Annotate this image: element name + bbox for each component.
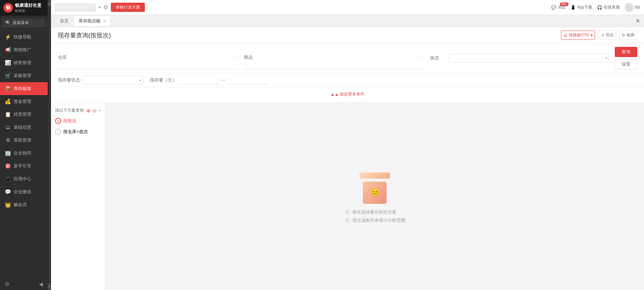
sidebar-search-area[interactable]: 🔍 搜索菜单 <box>0 16 48 31</box>
scroll-down-btn[interactable]: ▼ <box>48 283 51 290</box>
topbar: ▾ ⚙ 体验行业方案 💬 消息 99+ 📱 App下载 🎧 在线客服 Rit <box>51 0 644 15</box>
stock-status-label: 现存量状态 <box>58 77 80 83</box>
user-profile-action[interactable]: Rit <box>625 3 640 12</box>
message-icon: 💬 <box>551 5 556 10</box>
stock-status-select[interactable] <box>82 76 143 84</box>
topbar-settings-icon[interactable]: ⚙ <box>103 4 108 11</box>
topbar-left: ▾ ⚙ 体验行业方案 <box>55 3 548 12</box>
sidebar-item-apps[interactable]: 📱 应用中心 <box>0 173 48 185</box>
hint-2: 2 用过滤条件来缩小分析范围 <box>344 217 405 223</box>
page-actions: 🖨 按模板打印 ▾ ↗ 导出 ↻ 刷新 <box>561 31 637 40</box>
topbar-right: 💬 消息 99+ 📱 App下载 🎧 在线客服 Rit <box>551 3 640 12</box>
sidebar-item-basic[interactable]: 🗂 基础信息 <box>0 121 48 134</box>
sidebar-item-sales[interactable]: 📊 销售管理 <box>0 56 48 69</box>
topbar-dropdown-arrow[interactable]: ▾ <box>99 5 101 10</box>
product-label: 商品 <box>244 54 261 60</box>
scheme-active-icon: ● <box>55 118 61 124</box>
warehouse-input[interactable] <box>76 55 231 60</box>
tab-inventory-batch[interactable]: 库存批次账 × <box>74 16 111 26</box>
tab-close-button[interactable]: × <box>103 19 106 23</box>
hint-1: 1 请先选择要分析的方案 <box>344 209 405 215</box>
app-logo: 畅 <box>3 3 13 13</box>
export-icon: ↗ <box>601 33 604 38</box>
breadcrumb-input[interactable] <box>55 4 96 11</box>
product-more-icon[interactable]: ··· <box>419 54 423 60</box>
shortcut-icon: ⚡ <box>5 34 11 40</box>
app-download-action[interactable]: 📱 App下载 <box>571 4 592 10</box>
empty-box-face: 😐 <box>370 188 379 197</box>
sidebar-item-enterprise[interactable]: 🏢 企业协同 <box>0 147 48 160</box>
collapse-up-icon: ▲▲ <box>331 92 339 97</box>
left-panel: 按以下方案查询 ⊕ ⊙ « ● 按批次 ○ 按仓库+批次 <box>51 103 105 290</box>
collapse-sidebar-icon[interactable]: ◀ <box>39 281 43 287</box>
warehouse-more-icon[interactable]: ··· <box>233 54 237 60</box>
sidebar-item-system[interactable]: ⚙ 系统管理 <box>0 134 48 147</box>
phone-icon: 📱 <box>571 5 576 10</box>
avatar <box>625 3 633 12</box>
product-input[interactable] <box>262 55 417 60</box>
page-header: 现存量查询(按批次) 🖨 按模板打印 ▾ ↗ 导出 ↻ 刷新 <box>51 27 644 43</box>
main-area: ▾ ⚙ 体验行业方案 💬 消息 99+ 📱 App下载 🎧 在线客服 Rit <box>51 0 644 290</box>
sidebar-item-inventory[interactable]: 📦 库存核算 <box>0 82 48 95</box>
search-menu-button[interactable]: 🔍 搜索菜单 <box>3 18 45 28</box>
sidebar-item-finance[interactable]: 💰 资金管理 <box>0 95 48 108</box>
message-badge: 99+ <box>560 2 569 6</box>
status-filter: 状态 ▾ <box>430 47 609 69</box>
query-button[interactable]: 查询 <box>615 47 637 57</box>
scheme-by-warehouse-batch[interactable]: ○ 按仓库+批次 <box>51 126 105 137</box>
sidebar-item-wechat[interactable]: 💬 企业微信 <box>0 185 48 198</box>
sidebar-item-purchase[interactable]: 🛒 采购管理 <box>0 69 48 82</box>
status-select[interactable] <box>448 54 609 62</box>
sidebar: 畅 畅康通好生意 标准版 🔍 搜索菜单 ⚡ 快捷导航 📢 营销推广 📊 销售管理… <box>0 0 48 290</box>
apps-icon: 📱 <box>5 176 11 182</box>
settings-button[interactable]: 设置 <box>615 59 637 69</box>
stock-qty-min-input[interactable] <box>179 76 219 84</box>
app-title: 畅康通好生意 标准版 <box>15 3 41 13</box>
print-dropdown-icon: ▾ <box>591 33 593 38</box>
action-buttons: 查询 设置 <box>615 47 637 69</box>
sidebar-item-shortcut[interactable]: ⚡ 快捷导航 <box>0 31 48 43</box>
sales-icon: 📊 <box>5 60 11 66</box>
stock-qty-filter: 现存量（主） — <box>150 76 269 84</box>
tab-bar-close-button[interactable]: ✕ <box>635 18 640 24</box>
sidebar-item-member[interactable]: 👑 畅会员 <box>0 198 48 211</box>
stock-status-filter: 现存量状态 ▾ <box>58 76 143 84</box>
stock-qty-max-input[interactable] <box>228 76 269 84</box>
tab-home[interactable]: 首页 <box>55 16 74 26</box>
export-button[interactable]: ↗ 导出 <box>598 31 616 40</box>
finance-icon: 💰 <box>5 98 11 105</box>
sidebar-footer: ⚙ ◀ <box>0 278 48 290</box>
sidebar-item-marketing[interactable]: 📢 营销推广 <box>0 43 48 56</box>
add-scheme-button[interactable]: ⊕ <box>86 108 90 113</box>
online-service-action[interactable]: 🎧 在线客服 <box>597 4 620 10</box>
search-icon: 🔍 <box>5 20 11 25</box>
messages-action[interactable]: 💬 消息 99+ <box>551 4 566 10</box>
empty-hints: 1 请先选择要分析的方案 2 用过滤条件来缩小分析范围 <box>344 209 405 223</box>
refresh-icon: ↻ <box>622 33 625 38</box>
settings-scheme-icon[interactable]: ⊙ <box>92 108 97 113</box>
operation-icon: 📋 <box>5 111 11 117</box>
sidebar-item-newbie[interactable]: 🎯 新手引导 <box>0 160 48 173</box>
warehouse-filter: 仓库 ··· <box>58 47 237 69</box>
stock-status-select-wrapper: ▾ <box>82 76 143 84</box>
trial-button[interactable]: 体验行业方案 <box>111 3 145 12</box>
filter-section: 仓库 ··· 商品 ··· 状态 ▾ <box>51 43 644 103</box>
printer-icon: 🖨 <box>563 33 567 38</box>
scroll-up-btn[interactable]: ▲ <box>48 0 51 7</box>
refresh-button[interactable]: ↻ 刷新 <box>620 31 637 40</box>
tab-bar-right: ✕ <box>635 18 640 24</box>
headset-icon: 🎧 <box>597 5 602 10</box>
filter-row-1: 仓库 ··· 商品 ··· 状态 ▾ <box>51 43 644 73</box>
scheme-section-label: 按以下方案查询 <box>55 108 84 113</box>
status-label: 状态 <box>430 55 447 61</box>
print-button[interactable]: 🖨 按模板打印 ▾ <box>561 31 595 40</box>
enterprise-icon: 🏢 <box>5 150 11 156</box>
left-panel-header: 按以下方案查询 ⊕ ⊙ « <box>51 106 105 115</box>
sidebar-item-operation[interactable]: 📋 经营管理 <box>0 108 48 121</box>
sidebar-scrollbar[interactable]: ▲ ▼ <box>48 0 51 290</box>
collapse-panel-button[interactable]: « <box>99 108 101 113</box>
collapse-button[interactable]: ▲▲ 收起更多条件 <box>331 91 365 97</box>
settings-footer-icon[interactable]: ⚙ <box>5 281 10 287</box>
scheme-by-batch[interactable]: ● 按批次 <box>51 115 105 126</box>
empty-box-body: 😐 <box>363 182 387 204</box>
